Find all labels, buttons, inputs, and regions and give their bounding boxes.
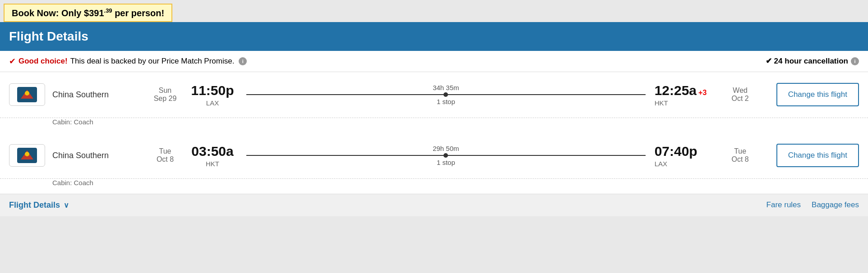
stops-1: 1 stop <box>437 98 455 105</box>
arrive-time-1: 12:25a <box>655 83 697 98</box>
depart-airport-2: HKT <box>188 160 237 168</box>
book-now-banner: Book Now: Only $391.39 per person! <box>0 0 868 22</box>
cabin-label-1: Cabin: Coach <box>0 118 868 133</box>
route-col-1: 34h 35m 1 stop <box>237 84 655 105</box>
book-now-cents: .39 <box>104 7 112 14</box>
depart-time-col-1: 11:50p LAX <box>188 83 237 107</box>
promise-info-icon[interactable]: i <box>239 57 247 65</box>
airline-logo-1 <box>9 83 45 106</box>
good-choice-label: Good choice! <box>18 57 68 66</box>
book-now-prefix: Book Now: <box>12 8 59 18</box>
flight-row-1-main: China Southern Sun Sep 29 11:50p LAX 34h… <box>0 72 868 118</box>
flight-details-label: Flight Details <box>9 200 60 210</box>
duration-2: 29h 50m <box>433 145 459 152</box>
baggage-fees-link[interactable]: Baggage fees <box>812 200 859 209</box>
route-col-2: 29h 50m 1 stop <box>237 145 655 166</box>
arrive-time-2: 07:40p <box>655 144 697 159</box>
flights-container: China Southern Sun Sep 29 11:50p LAX 34h… <box>0 72 868 194</box>
airline-name-2: China Southern <box>52 151 143 160</box>
airline-logo-2 <box>9 144 45 167</box>
flight-details-toggle[interactable]: Flight Details ∨ <box>9 200 69 210</box>
depart-time-2: 03:50a <box>188 144 237 159</box>
arrive-plus-1: +3 <box>698 89 706 97</box>
arrive-date-1: Oct 2 <box>718 95 763 103</box>
promise-checkmark: ✔ <box>9 56 16 66</box>
depart-airport-1: LAX <box>188 99 237 107</box>
arrival-time-row-1: 12:25a +3 <box>655 83 713 98</box>
fare-rules-link[interactable]: Fare rules <box>766 200 801 209</box>
arrival-time-row-2: 07:40p <box>655 144 713 159</box>
arrive-day-2: Tue <box>718 147 763 155</box>
header-bar: Flight Details <box>0 22 868 51</box>
book-now-price: Only $391 <box>61 8 104 18</box>
arrive-airport-1: HKT <box>655 99 713 107</box>
arrive-airport-2: LAX <box>655 160 713 168</box>
flight-row-2: China Southern Tue Oct 8 03:50a HKT 29h … <box>0 133 868 194</box>
depart-date-col-1: Sun Sep 29 <box>143 86 188 103</box>
arrival-col-1: 12:25a +3 HKT <box>655 83 713 107</box>
route-line-2 <box>246 155 646 156</box>
cabin-label-2: Cabin: Coach <box>0 179 868 194</box>
flight-line-2 <box>246 155 646 156</box>
flight-row-2-main: China Southern Tue Oct 8 03:50a HKT 29h … <box>0 133 868 179</box>
promise-left: ✔ Good choice! This deal is backed by ou… <box>9 56 247 66</box>
cancellation-info-icon[interactable]: i <box>851 57 859 65</box>
book-now-suffix: per person! <box>115 8 164 18</box>
arrive-date-2: Oct 8 <box>718 155 763 164</box>
route-line-1 <box>246 94 646 95</box>
depart-day-1: Sun <box>143 86 188 95</box>
airline-info-1: China Southern <box>52 90 143 100</box>
change-flight-button-1[interactable]: Change this flight <box>776 83 859 106</box>
arrive-date-col-1: Wed Oct 2 <box>718 86 763 103</box>
airline-info-2: China Southern <box>52 151 143 160</box>
promise-right: ✔ 24 hour cancellation i <box>766 56 859 66</box>
stop-dot-1 <box>443 92 448 97</box>
depart-date-2: Oct 8 <box>143 155 188 164</box>
svg-point-2 <box>25 91 29 96</box>
depart-time-col-2: 03:50a HKT <box>188 144 237 168</box>
promise-message: This deal is backed by our Price Match P… <box>70 57 235 66</box>
footer-bar: Flight Details ∨ Fare rules Baggage fees <box>0 194 868 216</box>
depart-date-col-2: Tue Oct 8 <box>143 147 188 164</box>
depart-day-2: Tue <box>143 147 188 155</box>
arrive-date-col-2: Tue Oct 8 <box>718 147 763 164</box>
chevron-down-icon: ∨ <box>64 201 69 209</box>
page-title: Flight Details <box>9 29 859 44</box>
stop-dot-2 <box>443 153 448 158</box>
cancellation-label: ✔ 24 hour cancellation <box>766 56 848 66</box>
stops-2: 1 stop <box>437 159 455 166</box>
depart-date-1: Sep 29 <box>143 95 188 103</box>
duration-1: 34h 35m <box>433 84 459 91</box>
flight-line-1 <box>246 94 646 95</box>
arrival-col-2: 07:40p LAX <box>655 144 713 168</box>
svg-point-5 <box>25 152 29 156</box>
change-flight-button-2[interactable]: Change this flight <box>776 144 859 167</box>
arrive-day-1: Wed <box>718 86 763 95</box>
depart-time-1: 11:50p <box>188 83 237 98</box>
airline-name-1: China Southern <box>52 90 143 100</box>
promise-bar: ✔ Good choice! This deal is backed by ou… <box>0 51 868 72</box>
flight-row-1: China Southern Sun Sep 29 11:50p LAX 34h… <box>0 72 868 133</box>
footer-links: Fare rules Baggage fees <box>766 200 859 209</box>
